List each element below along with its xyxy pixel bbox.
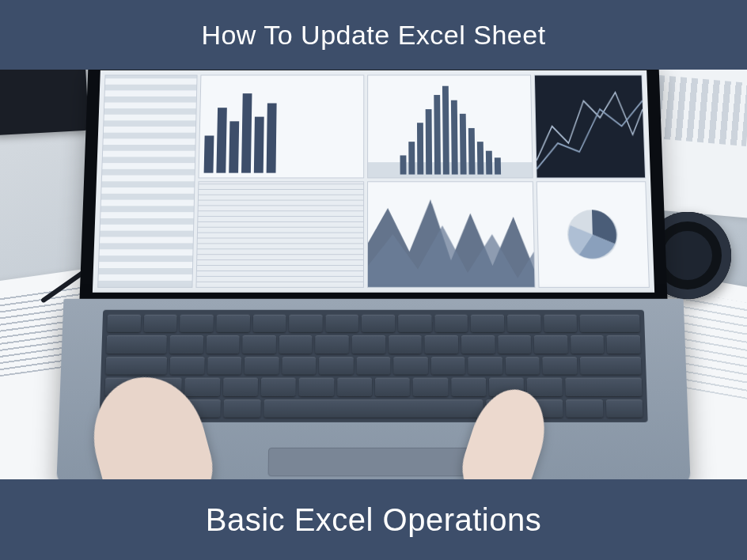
bottom-title-banner: Basic Excel Operations (0, 479, 747, 560)
line-chart-icon (534, 75, 646, 179)
right-charts-column (195, 75, 364, 288)
bottom-title-text: Basic Excel Operations (206, 502, 542, 538)
data-table-icon (195, 181, 364, 288)
bar-chart-icon (367, 75, 533, 179)
laptop-screen-bezel (80, 70, 668, 299)
calculator-prop (0, 70, 89, 135)
laptop-trackpad (268, 448, 480, 476)
hero-photo (0, 70, 747, 479)
laptop-screen (93, 70, 654, 293)
column-chart-icon (199, 75, 365, 179)
top-title-text: How To Update Excel Sheet (201, 20, 545, 51)
top-title-banner: How To Update Excel Sheet (0, 0, 747, 70)
pie-chart-icon (537, 181, 650, 288)
spreadsheet-sidebar (97, 75, 197, 288)
area-chart-icon (367, 181, 536, 288)
